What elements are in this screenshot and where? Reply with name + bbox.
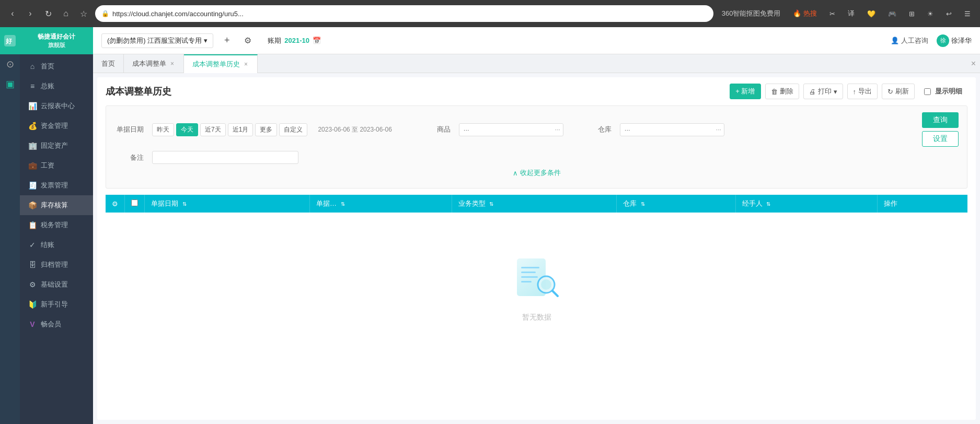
set-button[interactable]: 设置 xyxy=(922,131,959,147)
date-filter-label: 单据日期 xyxy=(114,125,144,134)
th-operator[interactable]: 经手人 ⇅ xyxy=(735,195,878,213)
scissors-tool[interactable]: ✂ xyxy=(825,8,839,20)
new-button[interactable]: + 新增 xyxy=(730,84,760,99)
collapse-button[interactable]: ∧ 收起更多条件 xyxy=(114,168,959,178)
sidebar-item-inventory[interactable]: 📦 库存核算 xyxy=(20,195,93,215)
company-selector[interactable]: (勿删勿禁用) 江西服宝测试专用 ▾ xyxy=(101,33,213,48)
search-tool[interactable]: 360智能抠图免费用 xyxy=(718,7,785,20)
apps-tool[interactable]: ⊞ xyxy=(905,8,919,20)
goods-input[interactable] xyxy=(459,123,563,136)
period-info: 账期 2021-10 📅 xyxy=(268,36,321,45)
empty-illustration xyxy=(511,254,563,307)
collapse-up-icon: ∧ xyxy=(513,169,518,177)
date-btn-more[interactable]: 更多 xyxy=(255,123,277,136)
warehouse-select-wrap xyxy=(620,123,724,136)
filter-area: 单据日期 昨天 今天 近7天 近1月 更多 自定义 2023-06-06 至 2… xyxy=(106,105,967,189)
sidebar-item-archive[interactable]: 🗄 归档管理 xyxy=(20,255,93,275)
service-btn[interactable]: 👤 人工咨询 xyxy=(891,36,928,45)
sidebar-logo: 畅捷通好会计 旗舰版 xyxy=(20,27,93,54)
add-company-btn[interactable]: + xyxy=(220,33,234,48)
brightness-tool[interactable]: ☀ xyxy=(923,8,938,20)
svg-rect-5 xyxy=(521,276,538,278)
headset-icon: 👤 xyxy=(891,37,899,44)
th-warehouse[interactable]: 仓库 ⇅ xyxy=(617,195,735,213)
user-avatar[interactable]: 徐 徐泽华 xyxy=(937,34,972,47)
th-number[interactable]: 单据… ⇅ xyxy=(309,195,452,213)
tab-home[interactable]: 首页 xyxy=(93,54,124,73)
sidebar-item-home[interactable]: ⌂ 首页 xyxy=(20,56,93,76)
sidebar-item-payroll[interactable]: 💼 工资 xyxy=(20,156,93,175)
tab-cost-adj-history-label: 成本调整单历史 xyxy=(192,60,240,69)
sidebar-item-assets[interactable]: 🏢 固定资产 xyxy=(20,136,93,156)
date-btn-7days[interactable]: 近7天 xyxy=(200,123,226,136)
menu-tool[interactable]: ☰ xyxy=(960,8,975,20)
sidebar-item-funds[interactable]: 💰 资金管理 xyxy=(20,116,93,136)
company-settings-btn[interactable]: ⚙ xyxy=(240,33,255,48)
address-text: https://cloud.chanjet.com/accounting/uru… xyxy=(112,10,707,18)
forward-button[interactable]: › xyxy=(23,6,38,21)
sidebar-item-base-settings[interactable]: ⚙ 基础设置 xyxy=(20,275,93,295)
export-button[interactable]: ↑ 导出 xyxy=(847,84,878,99)
rail-item-2[interactable]: ▣ xyxy=(0,74,20,94)
th-checkbox[interactable] xyxy=(125,195,145,213)
back-button[interactable]: ‹ xyxy=(5,6,20,21)
query-button[interactable]: 查询 xyxy=(922,112,959,128)
home-button[interactable]: ⌂ xyxy=(59,6,73,21)
refresh-button[interactable]: ↻ xyxy=(41,6,55,21)
ledger-icon: ≡ xyxy=(28,82,37,90)
sidebar-label-payroll: 工资 xyxy=(41,161,54,170)
sidebar-label-ledger: 总账 xyxy=(41,81,54,91)
game-tool[interactable]: 🎮 xyxy=(884,8,901,20)
sidebar-item-ledger[interactable]: ≡ 总账 xyxy=(20,76,93,96)
th-date[interactable]: 单据日期 ⇅ xyxy=(145,195,310,213)
svg-rect-3 xyxy=(521,267,539,268)
browser-chrome: ‹ › ↻ ⌂ ☆ 🔒 https://cloud.chanjet.com/ac… xyxy=(0,0,980,27)
sidebar-item-member[interactable]: V 畅会员 xyxy=(20,314,93,334)
delete-button[interactable]: 🗑 删除 xyxy=(765,84,799,99)
sidebar-item-guide[interactable]: 🔰 新手引导 xyxy=(20,295,93,314)
hot-search[interactable]: 🔥 热搜 xyxy=(789,7,821,20)
note-input[interactable] xyxy=(152,151,298,164)
tab-cost-adj-close[interactable]: × xyxy=(169,60,175,67)
page-content: 成本调整单历史 + 新增 🗑 删除 🖨 打印 ▾ ↑ 导出 xyxy=(97,77,976,420)
tab-cost-adj-history[interactable]: 成本调整单历史 × xyxy=(184,54,258,73)
sidebar-item-invoice[interactable]: 🧾 发票管理 xyxy=(20,175,93,195)
member-icon: V xyxy=(28,320,37,328)
date-btn-today[interactable]: 今天 xyxy=(176,123,198,136)
th-settings[interactable]: ⚙ xyxy=(106,195,125,213)
select-all-checkbox[interactable] xyxy=(131,199,138,206)
date-btn-custom[interactable]: 自定义 xyxy=(279,123,307,136)
undo-tool[interactable]: ↩ xyxy=(942,8,956,20)
sidebar-item-reports[interactable]: 📊 云报表中心 xyxy=(20,96,93,116)
assets-icon: 🏢 xyxy=(28,142,37,150)
refresh-button[interactable]: ↻ 刷新 xyxy=(882,84,915,99)
date-sort-icon: ⇅ xyxy=(182,201,187,207)
sidebar-item-tax[interactable]: 📋 税务管理 xyxy=(20,215,93,235)
inventory-icon: 📦 xyxy=(28,201,37,209)
date-btn-yesterday[interactable]: 昨天 xyxy=(152,123,174,136)
tab-cost-adj[interactable]: 成本调整单 × xyxy=(124,54,184,73)
tab-bar-right: × xyxy=(971,59,980,68)
payroll-icon: 💼 xyxy=(28,161,37,170)
show-cols-toggle[interactable]: 显示明细 xyxy=(919,84,967,99)
rail-item-1[interactable]: ⊙ xyxy=(0,54,20,74)
service-label: 人工咨询 xyxy=(901,36,928,45)
filter-row-note: 备注 xyxy=(114,151,959,164)
sidebar-item-settlement[interactable]: ✓ 结账 xyxy=(20,235,93,255)
address-bar[interactable]: 🔒 https://cloud.chanjet.com/accounting/u… xyxy=(95,5,713,22)
th-biz-type[interactable]: 业务类型 ⇅ xyxy=(452,195,617,213)
show-cols-checkbox[interactable] xyxy=(924,88,931,95)
period-calendar-icon[interactable]: 📅 xyxy=(313,37,321,44)
lock-icon: 🔒 xyxy=(101,10,109,17)
filter-action-btns: 查询 设置 xyxy=(922,112,959,147)
tab-cost-adj-history-close[interactable]: × xyxy=(243,61,249,68)
sidebar-label-invoice: 发票管理 xyxy=(41,181,68,190)
note-filter-label: 备注 xyxy=(114,153,144,162)
close-panel-button[interactable]: × xyxy=(971,59,976,68)
translate-tool[interactable]: 译 xyxy=(844,7,859,20)
wallet-tool[interactable]: 💛 xyxy=(863,8,880,20)
date-btn-1month[interactable]: 近1月 xyxy=(228,123,253,136)
star-button[interactable]: ☆ xyxy=(76,6,91,21)
print-button[interactable]: 🖨 打印 ▾ xyxy=(803,84,843,99)
warehouse-input[interactable] xyxy=(620,123,724,136)
